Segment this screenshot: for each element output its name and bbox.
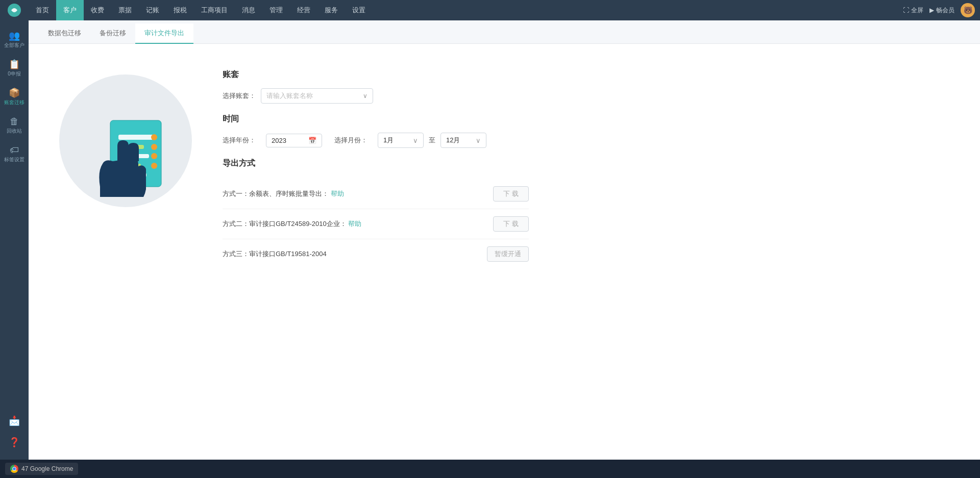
content-area: 数据包迁移 备份迁移 审计文件导出 [29, 20, 980, 460]
account-section-title: 账套 [223, 69, 529, 80]
nav-operations[interactable]: 经营 [290, 0, 317, 20]
tag-icon: 🏷 [10, 145, 19, 155]
nav-items: 首页 客户 收费 票据 记账 报税 工商项目 消息 管理 经营 服务 设置 [29, 0, 903, 20]
nav-manage[interactable]: 管理 [262, 0, 290, 20]
calendar-icon: 📅 [308, 137, 316, 144]
nav-service[interactable]: 服务 [317, 0, 345, 20]
svg-point-8 [151, 134, 157, 140]
sidebar-item-account-migration[interactable]: 📦 账套迁移 [0, 83, 29, 111]
svg-point-11 [151, 163, 157, 169]
method-2-label: 方式二：审计接口GB/T24589-2010企业： 帮助 [223, 219, 493, 229]
tab-backup-migration[interactable]: 备份迁移 [90, 23, 135, 44]
app-logo[interactable] [5, 1, 23, 19]
sidebar-label-zero-declare: 0申报 [8, 70, 21, 78]
month-end-value: 12月 [446, 136, 460, 145]
help-icon[interactable]: ❓ [5, 433, 23, 451]
nav-messages[interactable]: 消息 [235, 0, 262, 20]
export-method-3: 方式三：审计接口GB/T19581-2004 暂缓开通 [223, 239, 529, 269]
taskbar: 47 Google Chrome [0, 460, 980, 478]
recycle-icon: 🗑 [10, 117, 19, 126]
tab-bar: 数据包迁移 备份迁移 审计文件导出 [29, 20, 980, 44]
left-sidebar: 👥 全部客户 📋 0申报 📦 账套迁移 🗑 回收站 🏷 标签设置 📩 ❓ [0, 20, 29, 460]
method-2-help-link[interactable]: 帮助 [348, 220, 361, 228]
nav-business[interactable]: 工商项目 [194, 0, 235, 20]
time-section-title: 时间 [223, 114, 529, 124]
export-section-title: 导出方式 [223, 158, 529, 169]
svg-rect-3 [118, 135, 153, 140]
nav-bookkeeping[interactable]: 记账 [139, 0, 166, 20]
taskbar-chrome-label: 47 Google Chrome [21, 465, 73, 472]
nav-billing[interactable]: 收费 [84, 0, 111, 20]
nav-customers[interactable]: 客户 [56, 0, 84, 20]
main-layout: 👥 全部客户 📋 0申报 📦 账套迁移 🗑 回收站 🏷 标签设置 📩 ❓ 数据包… [0, 20, 980, 460]
sidebar-item-zero-declare[interactable]: 📋 0申报 [0, 54, 29, 83]
month-label: 选择月份： [334, 136, 368, 145]
declare-icon: 📋 [9, 60, 20, 69]
form-side: 账套 选择账套： 请输入账套名称 ∨ 时间 选择年份： 2023 📅 [223, 64, 529, 439]
sidebar-bottom: 📩 ❓ [5, 412, 23, 460]
method-3-label: 方式三：审计接口GB/T19581-2004 [223, 249, 487, 259]
tab-data-migration[interactable]: 数据包迁移 [39, 23, 90, 44]
year-input[interactable]: 2023 📅 [266, 134, 322, 147]
export-method-1: 方式一：余额表、序时账批量导出： 帮助 下 载 [223, 179, 529, 209]
method-1-download-button[interactable]: 下 载 [493, 186, 529, 202]
sidebar-item-recycle[interactable]: 🗑 回收站 [0, 111, 29, 140]
page-content: 账套 选择账套： 请输入账套名称 ∨ 时间 选择年份： 2023 📅 [29, 44, 980, 460]
sidebar-item-tag-settings[interactable]: 🏷 标签设置 [0, 140, 29, 168]
chevron-down-icon: ∨ [363, 92, 368, 99]
nav-tax[interactable]: 报税 [166, 0, 194, 20]
message-icon[interactable]: 📩 [5, 412, 23, 430]
fullscreen-button[interactable]: ⛶ 全屏 [903, 6, 923, 15]
method-1-label: 方式一：余额表、序时账批量导出： 帮助 [223, 189, 493, 198]
account-label: 选择账套： [223, 91, 256, 100]
method-3-open-button[interactable]: 暂缓开通 [487, 246, 529, 262]
avatar[interactable]: 🐻 [961, 3, 975, 17]
fullscreen-icon: ⛶ [903, 7, 909, 14]
nav-invoice[interactable]: 票据 [111, 0, 139, 20]
member-button[interactable]: ▶ 畅会员 [929, 6, 954, 15]
tab-audit-export[interactable]: 审计文件导出 [135, 23, 193, 44]
nav-settings[interactable]: 设置 [345, 0, 373, 20]
svg-point-10 [151, 153, 157, 159]
time-row: 选择年份： 2023 📅 选择月份： 1月 ∨ 至 12月 ∨ [223, 133, 529, 148]
illustration-circle [59, 74, 192, 207]
sidebar-label-recycle: 回收站 [7, 128, 22, 135]
method-1-help-link[interactable]: 帮助 [331, 190, 344, 197]
month-start-arrow: ∨ [413, 137, 418, 144]
nav-home[interactable]: 首页 [29, 0, 56, 20]
sidebar-label-migration: 账套迁移 [4, 99, 24, 106]
migration-icon: 📦 [9, 88, 20, 97]
year-value: 2023 [272, 137, 286, 144]
month-end-arrow: ∨ [476, 137, 481, 144]
taskbar-chrome-item[interactable]: 47 Google Chrome [5, 463, 78, 475]
customers-icon: 👥 [9, 31, 20, 40]
svg-point-9 [151, 144, 157, 150]
month-end-select[interactable]: 12月 ∨ [440, 133, 486, 148]
account-select[interactable]: 请输入账套名称 ∨ [261, 88, 373, 104]
chrome-icon [10, 465, 18, 473]
to-label: 至 [429, 136, 435, 145]
account-row: 选择账套： 请输入账套名称 ∨ [223, 88, 529, 104]
nav-right-area: ⛶ 全屏 ▶ 畅会员 🐻 [903, 3, 975, 17]
account-select-placeholder: 请输入账套名称 [266, 91, 313, 100]
method-2-download-button[interactable]: 下 载 [493, 216, 529, 232]
export-methods: 方式一：余额表、序时账批量导出： 帮助 下 载 方式二：审计接口GB/T2458… [223, 179, 529, 269]
sidebar-label-tags: 标签设置 [4, 156, 24, 163]
illustration-svg [75, 85, 177, 197]
top-navigation: 首页 客户 收费 票据 记账 报税 工商项目 消息 管理 经营 服务 设置 ⛶ … [0, 0, 980, 20]
illustration-side [59, 64, 192, 439]
month-start-select[interactable]: 1月 ∨ [378, 133, 424, 148]
month-start-value: 1月 [383, 136, 394, 145]
sidebar-label-all-customers: 全部客户 [4, 42, 24, 49]
export-method-2: 方式二：审计接口GB/T24589-2010企业： 帮助 下 载 [223, 209, 529, 239]
sidebar-item-all-customers[interactable]: 👥 全部客户 [0, 26, 29, 54]
year-label: 选择年份： [223, 136, 256, 145]
member-icon: ▶ [929, 7, 934, 14]
